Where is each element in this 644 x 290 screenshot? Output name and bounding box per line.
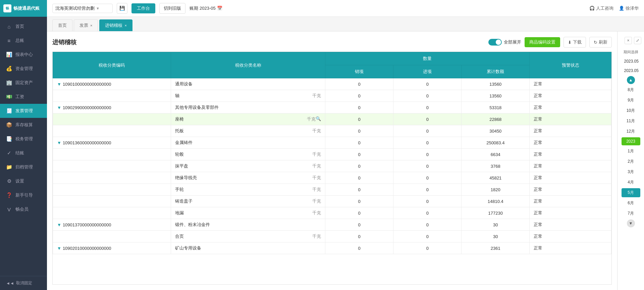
col-header-sales: 销项 xyxy=(325,65,393,78)
table-row: 抹平盘千克 0 0 3768 正常 xyxy=(53,160,611,172)
sidebar-item-assets[interactable]: 🏢 固定资产 xyxy=(0,76,47,90)
expand-icon[interactable]: ▼ xyxy=(57,82,61,87)
right-panel: × ⤢ 期间选择 2023.05 2023.05 ▲ 8月 9月 10月 11月… xyxy=(617,31,644,290)
sidebar-item-label: 资金管理 xyxy=(15,66,33,72)
sidebar-item-closing[interactable]: ✓ 结账 xyxy=(0,146,47,160)
sidebar-item-payroll[interactable]: 💵 工资 xyxy=(0,90,47,104)
support-button[interactable]: 🎧 人工咨询 xyxy=(589,5,613,11)
sidebar-pin-toggle[interactable]: ◄◄ 取消固定 xyxy=(0,276,47,290)
cell-purchase: 0 xyxy=(393,90,462,102)
expand-icon[interactable]: ▼ xyxy=(57,246,61,251)
cell-status: 正常 xyxy=(530,149,611,160)
period-month-9[interactable]: 9月 xyxy=(622,96,640,105)
cell-status: 正常 xyxy=(530,172,611,184)
cell-name: 座椅🔍千克 xyxy=(171,114,325,125)
period-month-11[interactable]: 11月 xyxy=(622,117,640,126)
cell-purchase: 0 xyxy=(393,137,462,149)
scroll-up-button[interactable]: ▲ xyxy=(627,76,635,84)
period-month-7[interactable]: 7月 xyxy=(622,209,640,218)
expand-toggle[interactable]: 全部展开 xyxy=(488,39,521,46)
close-icon[interactable]: × xyxy=(124,23,126,27)
tab-label: 进销稽核 xyxy=(105,22,122,28)
expand-icon[interactable]: ▼ xyxy=(57,105,61,110)
period-month-12[interactable]: 12月 xyxy=(622,127,640,136)
pin-icon: ◄◄ xyxy=(6,281,14,286)
sidebar-item-home[interactable]: ⌂ 首页 xyxy=(0,19,47,33)
company-selector[interactable]: 沈海英测试经营勿删 ▼ xyxy=(52,4,113,13)
tab-home[interactable]: 首页 xyxy=(52,19,72,31)
sidebar-item-archive[interactable]: 📁 归档管理 xyxy=(0,160,47,174)
sidebar-item-invoice[interactable]: 🧾 发票管理 xyxy=(0,104,47,118)
cell-code: ▼10902010000000000000 xyxy=(53,242,171,254)
workspace-button[interactable]: 工作台 xyxy=(131,3,155,13)
table-row: 合页千克 0 0 30 正常 xyxy=(53,231,611,242)
period-month-2[interactable]: 2月 xyxy=(622,157,640,166)
version-switch-button[interactable]: 切到旧版 xyxy=(159,3,185,14)
sidebar-item-member[interactable]: V 畅会员 xyxy=(0,202,47,216)
period-year-2023-top2[interactable]: 2023.05 xyxy=(622,67,640,75)
cell-code xyxy=(53,125,171,137)
product-code-button[interactable]: 商品编码设置 xyxy=(525,37,560,47)
inventory-icon: 📦 xyxy=(6,122,12,128)
sidebar-item-label: 固定资产 xyxy=(15,80,33,86)
cell-name: 矿山专用设备 xyxy=(171,242,325,254)
cell-total: 3768 xyxy=(462,160,530,172)
cell-total: 30 xyxy=(462,231,530,242)
close-panel-button[interactable]: × xyxy=(625,37,632,44)
expand-icon[interactable]: ▼ xyxy=(57,222,61,227)
period-month-1[interactable]: 1月 xyxy=(622,147,640,156)
cell-purchase: 0 xyxy=(393,160,462,172)
table-row: 铸造盖子千克 0 0 14810.4 正常 xyxy=(53,196,611,207)
toggle-control[interactable] xyxy=(488,39,502,46)
period-month-4[interactable]: 4月 xyxy=(622,178,640,187)
cell-sales: 0 xyxy=(325,125,393,137)
cell-status: 正常 xyxy=(530,184,611,196)
period-year-2023[interactable]: 2023 xyxy=(622,137,640,145)
sidebar-item-inventory[interactable]: 📦 库存核算 xyxy=(0,118,47,132)
user-icon: 👤 xyxy=(619,6,624,11)
cell-name: 合页千克 xyxy=(171,231,325,242)
period-year-2023-top[interactable]: 2023.05 xyxy=(622,57,640,65)
cell-sales: 0 xyxy=(325,219,393,231)
sidebar-item-funds[interactable]: 💰 资金管理 xyxy=(0,62,47,76)
support-label: 人工咨询 xyxy=(596,5,613,11)
sidebar-item-label: 税务管理 xyxy=(15,136,33,142)
tab-check[interactable]: 进销稽核 × xyxy=(99,19,132,31)
cell-status: 正常 xyxy=(530,125,611,137)
cell-purchase: 0 xyxy=(393,149,462,160)
cell-code xyxy=(53,196,171,207)
sidebar-item-settings[interactable]: ⚙ 设置 xyxy=(0,174,47,188)
period-month-6[interactable]: 6月 xyxy=(622,199,640,208)
sidebar-item-ledger[interactable]: ≡ 总账 xyxy=(0,33,47,48)
cell-status: 正常 xyxy=(530,137,611,149)
scroll-down-button[interactable]: ▼ xyxy=(627,219,635,227)
table-row: ▼10901000000000000000 通用设备 0 0 13560 正常 xyxy=(53,78,611,90)
user-profile[interactable]: 👤 徐泽华 xyxy=(619,5,639,11)
period-month-5[interactable]: 5月 xyxy=(622,188,640,197)
cell-status: 正常 xyxy=(530,207,611,219)
tab-invoice[interactable]: 发票 × xyxy=(74,19,98,31)
sidebar-item-guide[interactable]: ❓ 新手引导 xyxy=(0,188,47,202)
period-month-10[interactable]: 10月 xyxy=(622,106,640,115)
period-month-8[interactable]: 8月 xyxy=(622,85,640,94)
download-button[interactable]: ⬇ 下载 xyxy=(564,37,586,48)
closing-icon: ✓ xyxy=(6,150,12,156)
save-button[interactable]: 💾 xyxy=(117,3,127,14)
sidebar-item-report[interactable]: 📊 报表中心 xyxy=(0,48,47,62)
cell-sales: 0 xyxy=(325,242,393,254)
cell-total: 250083.4 xyxy=(462,137,530,149)
cell-status: 正常 xyxy=(530,114,611,125)
expand-panel-button[interactable]: ⤢ xyxy=(634,37,641,44)
period-month-3[interactable]: 3月 xyxy=(622,167,640,176)
cell-code xyxy=(53,114,171,125)
close-icon[interactable]: × xyxy=(90,23,92,27)
cell-sales: 0 xyxy=(325,207,393,219)
data-table-wrapper: 税收分类编码 税收分类名称 数量 预警状态 销项 进项 累计数额 xyxy=(52,52,612,285)
assets-icon: 🏢 xyxy=(6,80,12,86)
cell-status: 正常 xyxy=(530,231,611,242)
cell-purchase: 0 xyxy=(393,207,462,219)
sidebar-item-tax[interactable]: 📑 税务管理 xyxy=(0,132,47,146)
expand-icon[interactable]: ▼ xyxy=(57,140,61,145)
refresh-button[interactable]: ↻ 刷新 xyxy=(589,37,612,48)
chevron-down-icon: ▼ xyxy=(96,6,100,10)
